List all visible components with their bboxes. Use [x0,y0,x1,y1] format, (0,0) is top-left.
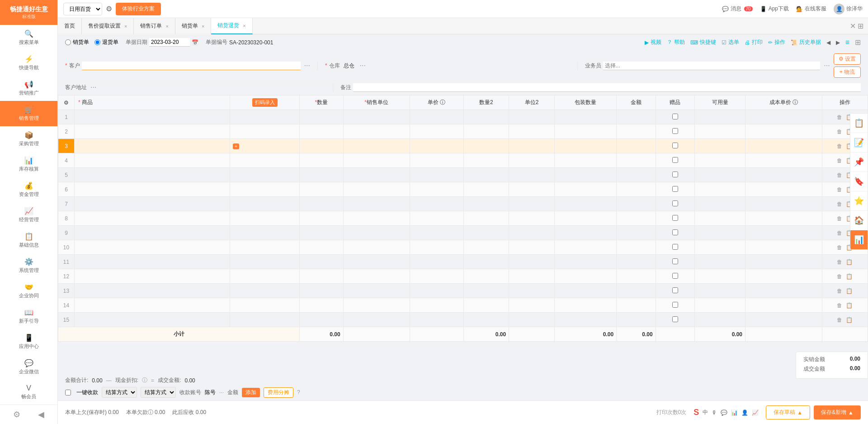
available-cell[interactable] [695,284,745,298]
cost-unit-cell[interactable] [745,197,822,211]
copy-row-icon[interactable]: 📋 [846,317,853,323]
cost-unit-cell[interactable] [745,139,822,153]
product-cell[interactable] [75,168,230,182]
sales-unit-cell[interactable] [343,197,410,211]
delete-row-icon[interactable]: 🗑 [837,259,842,265]
qty2-cell[interactable] [463,298,509,313]
unit2-cell[interactable] [509,211,555,226]
product-cell[interactable] [75,284,230,298]
add-payment-btn[interactable]: 添加 [242,388,260,397]
product-cell[interactable] [75,240,230,255]
unit-price-cell[interactable] [410,255,463,269]
gift-checkbox[interactable] [672,229,678,235]
gift-checkbox[interactable] [672,316,678,322]
pack-qty-cell[interactable] [554,269,616,284]
experience-btn[interactable]: 体验行业方案 [116,3,161,15]
qty-cell[interactable] [300,153,343,168]
sales-unit-cell[interactable] [343,139,410,153]
sidebar-item-inventory[interactable]: 📊 库存核算 [0,152,57,177]
pack-qty-cell[interactable] [554,139,616,153]
available-cell[interactable] [695,255,745,269]
qty2-cell[interactable] [463,197,509,211]
unit2-cell[interactable] [509,197,555,211]
grid-view-icon[interactable]: ⊞ [855,38,861,47]
sales-unit-cell[interactable] [343,255,410,269]
product-cell[interactable] [75,313,230,327]
qty2-cell[interactable] [463,139,509,153]
sidebar-item-system[interactable]: ⚙️ 系统管理 [0,253,57,278]
amount-cell[interactable] [617,182,656,197]
gift-cell[interactable] [656,211,695,226]
unit-price-cell[interactable] [410,139,463,153]
amount-cell[interactable] [617,168,656,182]
user-item[interactable]: 👤 徐泽华 [834,4,863,14]
address-picker-icon[interactable]: ··· [90,83,96,91]
return-radio[interactable]: 退货单 [94,38,118,46]
cost-unit-cell[interactable] [745,269,822,284]
qty2-cell[interactable] [463,211,509,226]
sales-unit-cell[interactable] [343,313,410,327]
pack-qty-cell[interactable] [554,226,616,240]
amount-cell[interactable] [617,284,656,298]
available-cell[interactable] [695,168,745,182]
sales-unit-cell[interactable] [343,168,410,182]
qty2-cell[interactable] [463,226,509,240]
pack-qty-cell[interactable] [554,153,616,168]
qty2-cell[interactable] [463,269,509,284]
message-item[interactable]: 💬 消息 70 [722,5,753,13]
qty2-cell[interactable] [463,110,509,124]
pack-qty-cell[interactable] [554,110,616,124]
amount-cell[interactable] [617,255,656,269]
right-toolbar-item-2[interactable]: 📝 [850,133,868,152]
gift-checkbox[interactable] [672,287,678,293]
amount-cell[interactable] [617,211,656,226]
tab-price-settings[interactable]: 售价提取设置 × [82,18,134,34]
unit2-cell[interactable] [509,269,555,284]
delete-row-icon[interactable]: 🗑 [837,157,842,164]
maximize-icon[interactable]: ⊞ [858,22,863,30]
summary-select[interactable]: 结算方式 [141,387,176,398]
gift-checkbox[interactable] [672,302,678,308]
unit-price-cell[interactable] [410,226,463,240]
prev-doc-icon[interactable]: ◀ [826,39,830,46]
unit-price-cell[interactable] [410,168,463,182]
qty2-cell[interactable] [463,168,509,182]
close-tab-icon[interactable]: ✕ [850,22,856,30]
cost-unit-cell[interactable] [745,110,822,124]
cost-unit-cell[interactable] [745,211,822,226]
col-gear-header[interactable]: ⚙ [58,95,75,110]
sales-unit-cell[interactable] [343,153,410,168]
cost-unit-cell[interactable] [745,182,822,197]
unit-price-cell[interactable] [410,182,463,197]
amount-cell[interactable] [617,226,656,240]
accounting-method-select[interactable]: 结算方式 [102,387,137,398]
tab-home[interactable]: 首页 [58,18,82,34]
product-cell[interactable] [75,124,230,139]
qty-cell[interactable] [300,110,343,124]
right-toolbar-item-6[interactable]: 🏠 [850,211,868,230]
delete-row-icon[interactable]: 🗑 [837,201,842,207]
pack-qty-cell[interactable] [554,124,616,139]
delete-row-icon[interactable]: 🗑 [837,215,842,222]
qty2-cell[interactable] [463,313,509,327]
calendar-icon[interactable]: 📅 [192,39,198,46]
qty2-cell[interactable] [463,255,509,269]
product-cell[interactable] [75,298,230,313]
scan-btn[interactable]: 扫码录入 [252,98,278,107]
right-toolbar-item-5[interactable]: ⭐ [850,191,868,211]
cost-unit-cell[interactable] [745,255,822,269]
add-row-btn[interactable]: + [233,143,239,149]
product-cell[interactable] [75,211,230,226]
available-cell[interactable] [695,124,745,139]
available-cell[interactable] [695,211,745,226]
copy-row-icon[interactable]: 📋 [846,273,853,280]
gift-checkbox[interactable] [672,244,678,250]
settings-icon[interactable]: ⚙ [106,5,112,13]
sales-unit-cell[interactable] [343,124,410,139]
unit2-cell[interactable] [509,168,555,182]
sidebar-item-wechat[interactable]: 💬 企业微信 [0,354,57,380]
sales-unit-cell[interactable] [343,298,410,313]
sales-unit-cell[interactable] [343,226,410,240]
select-action[interactable]: ☑ 选单 [722,38,739,46]
gift-checkbox[interactable] [672,186,678,192]
